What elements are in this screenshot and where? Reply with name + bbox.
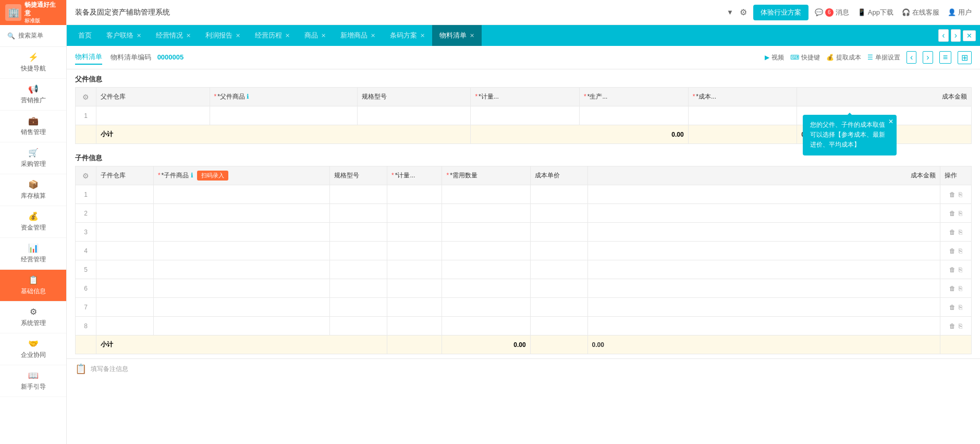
sidebar-item-finance[interactable]: 💰 资金管理 xyxy=(0,206,66,238)
child-unit-cost-cell-5[interactable] xyxy=(530,279,587,298)
child-warehouse-cell-5[interactable] xyxy=(96,279,154,298)
child-spec-cell-6[interactable] xyxy=(330,298,387,317)
delete-icon-0[interactable]: 🗑 xyxy=(949,191,956,198)
copy-icon-0[interactable]: ⎘ xyxy=(959,191,962,198)
online-service-btn[interactable]: 🎧 在线客服 xyxy=(902,8,939,17)
child-unit-cell-7[interactable] xyxy=(387,317,442,335)
child-unit-cost-cell-2[interactable] xyxy=(530,223,587,242)
child-goods-cell-3[interactable] xyxy=(153,242,329,260)
sidebar-item-basic-info[interactable]: 📋 基础信息 xyxy=(0,270,66,302)
child-unit-cost-cell-3[interactable] xyxy=(530,242,587,260)
child-warehouse-cell-2[interactable] xyxy=(96,223,154,242)
nav-expand-btn[interactable]: ⊞ xyxy=(958,51,972,64)
child-qty-cell-6[interactable] xyxy=(442,298,530,317)
tab-operations-close[interactable]: ✕ xyxy=(186,32,191,39)
child-warehouse-cell-3[interactable] xyxy=(96,242,154,260)
sidebar-item-operations-mgr[interactable]: 📊 经营管理 xyxy=(0,238,66,270)
nav-prev-btn[interactable]: ‹ xyxy=(906,51,916,64)
tab-bom[interactable]: 物料清单 ✕ xyxy=(432,25,482,46)
child-warehouse-cell-1[interactable] xyxy=(96,204,154,223)
sidebar-item-sales[interactable]: 💼 销售管理 xyxy=(0,111,66,142)
tab-prev-btn[interactable]: ‹ xyxy=(938,29,948,42)
child-goods-cell-1[interactable] xyxy=(153,204,329,223)
scan-input-btn[interactable]: 扫码录入 xyxy=(197,171,228,181)
child-unit-cost-cell-4[interactable] xyxy=(530,260,587,279)
child-spec-cell-1[interactable] xyxy=(330,204,387,223)
tab-customer-close[interactable]: ✕ xyxy=(137,32,141,39)
tab-goods[interactable]: 商品 ✕ xyxy=(297,25,333,46)
parent-spec-cell[interactable] xyxy=(357,106,471,125)
child-spec-cell-3[interactable] xyxy=(330,242,387,260)
child-unit-cost-cell-7[interactable] xyxy=(530,317,587,335)
copy-icon-6[interactable]: ⎘ xyxy=(959,304,962,311)
child-qty-cell-0[interactable] xyxy=(442,185,530,204)
nav-next-btn[interactable]: › xyxy=(923,51,933,64)
app-download-btn[interactable]: 📱 App下载 xyxy=(858,8,893,17)
sidebar-item-marketing[interactable]: 📢 营销推广 xyxy=(0,79,66,111)
sidebar-item-purchase[interactable]: 🛒 采购管理 xyxy=(0,142,66,174)
parent-warehouse-cell[interactable] xyxy=(96,106,210,125)
child-goods-cell-7[interactable] xyxy=(153,317,329,335)
note-text[interactable]: 填写备注信息 xyxy=(91,365,128,374)
parent-goods-cell[interactable] xyxy=(210,106,357,125)
delete-icon-2[interactable]: 🗑 xyxy=(949,229,956,236)
copy-icon-5[interactable]: ⎘ xyxy=(959,285,962,292)
tab-close-all-btn[interactable]: ✕ xyxy=(963,30,976,41)
user-btn[interactable]: 👤 用户 xyxy=(948,8,972,17)
tab-goods-close[interactable]: ✕ xyxy=(321,32,326,39)
child-goods-cell-2[interactable] xyxy=(153,223,329,242)
extract-cost-btn[interactable]: 💰 提取成本 xyxy=(826,53,861,62)
tab-operations[interactable]: 经营情况 ✕ xyxy=(149,25,198,46)
tab-home[interactable]: 首页 xyxy=(71,25,99,46)
child-unit-cell-1[interactable] xyxy=(387,204,442,223)
child-qty-cell-3[interactable] xyxy=(442,242,530,260)
tab-new-goods-close[interactable]: ✕ xyxy=(371,32,375,39)
settings-icon[interactable]: ⚙ xyxy=(740,7,747,17)
tab-profit-close[interactable]: ✕ xyxy=(236,32,240,39)
parent-production-cell[interactable] xyxy=(580,106,689,125)
doc-settings-btn[interactable]: ☰ 单据设置 xyxy=(867,53,900,62)
tab-barcode-close[interactable]: ✕ xyxy=(420,32,425,39)
tab-bom-close[interactable]: ✕ xyxy=(470,32,474,39)
copy-icon-2[interactable]: ⎘ xyxy=(959,229,962,236)
delete-icon-5[interactable]: 🗑 xyxy=(949,285,956,292)
copy-icon-4[interactable]: ⎘ xyxy=(959,266,962,273)
sub-tab-bom-list[interactable]: 物料清单 xyxy=(75,50,102,65)
nav-list-btn[interactable]: ≡ xyxy=(939,51,951,64)
tab-profit[interactable]: 利润报告 ✕ xyxy=(198,25,248,46)
tab-new-goods[interactable]: 新增商品 ✕ xyxy=(333,25,383,46)
child-qty-cell-7[interactable] xyxy=(442,317,530,335)
child-warehouse-cell-6[interactable] xyxy=(96,298,154,317)
delete-icon-7[interactable]: 🗑 xyxy=(949,322,956,330)
child-warehouse-cell-0[interactable] xyxy=(96,185,154,204)
child-qty-cell-4[interactable] xyxy=(442,260,530,279)
delete-icon-4[interactable]: 🗑 xyxy=(949,266,956,273)
child-unit-cell-3[interactable] xyxy=(387,242,442,260)
tab-history[interactable]: 经营历程 ✕ xyxy=(248,25,297,46)
tab-customer[interactable]: 客户联络 ✕ xyxy=(99,25,149,46)
child-unit-cost-cell-1[interactable] xyxy=(530,204,587,223)
parent-unit-cell[interactable] xyxy=(471,106,580,125)
child-unit-cost-cell-6[interactable] xyxy=(530,298,587,317)
sidebar-item-guide[interactable]: 📖 新手引导 xyxy=(0,365,66,397)
child-unit-cell-5[interactable] xyxy=(387,279,442,298)
parent-cost-cell[interactable] xyxy=(688,106,797,125)
sidebar-item-quick-nav[interactable]: ⚡ 快捷导航 xyxy=(0,47,66,79)
tab-next-btn[interactable]: › xyxy=(951,29,961,42)
copy-icon-7[interactable]: ⎘ xyxy=(959,322,962,330)
delete-icon-6[interactable]: 🗑 xyxy=(949,304,956,311)
child-spec-cell-4[interactable] xyxy=(330,260,387,279)
message-btn[interactable]: 💬 6 消息 xyxy=(815,8,849,17)
copy-icon-3[interactable]: ⎘ xyxy=(959,247,962,255)
child-spec-cell-7[interactable] xyxy=(330,317,387,335)
child-spec-cell-0[interactable] xyxy=(330,185,387,204)
child-settings-icon[interactable]: ⚙ xyxy=(82,172,89,180)
child-spec-cell-2[interactable] xyxy=(330,223,387,242)
delete-icon-3[interactable]: 🗑 xyxy=(949,247,956,255)
child-goods-cell-0[interactable] xyxy=(153,185,329,204)
parent-settings-icon[interactable]: ⚙ xyxy=(82,93,89,101)
experience-btn[interactable]: 体验行业方案 xyxy=(753,5,808,20)
child-unit-cell-6[interactable] xyxy=(387,298,442,317)
tab-history-close[interactable]: ✕ xyxy=(285,32,290,39)
copy-icon-1[interactable]: ⎘ xyxy=(959,210,962,217)
